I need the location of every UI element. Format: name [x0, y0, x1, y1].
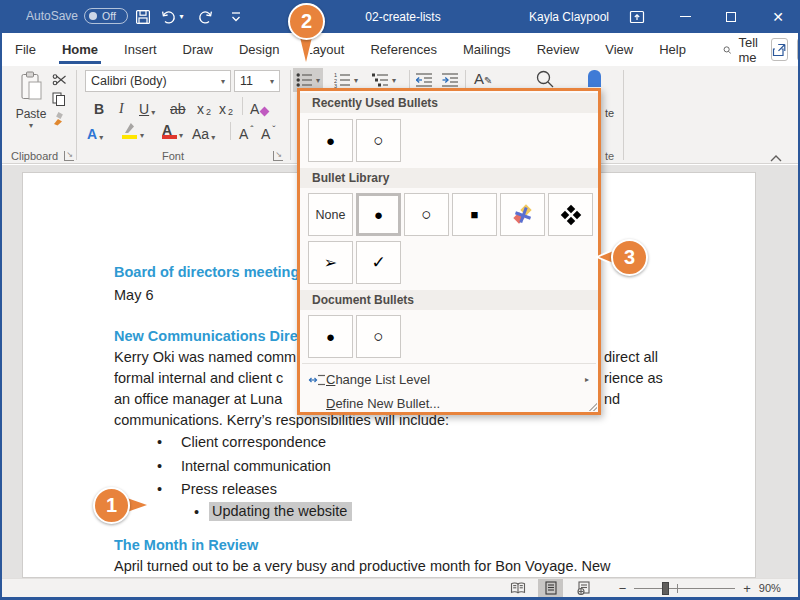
close-button[interactable]: ✕	[764, 0, 792, 33]
numbering-dropdown-icon[interactable]: ▾	[354, 76, 358, 85]
bullet-option-checkmark[interactable]: ✓	[356, 241, 401, 284]
zoom-slider-thumb[interactable]	[662, 582, 669, 595]
customize-quick-access-icon[interactable]	[226, 0, 246, 33]
doc-para-line: April turned out to be a very busy and p…	[114, 556, 611, 576]
tab-references[interactable]: References	[357, 33, 449, 66]
copy-button[interactable]	[52, 92, 66, 110]
font-size-dropdown-icon[interactable]: ▾	[270, 77, 274, 86]
bullet-option-arrowhead[interactable]: ➢	[308, 241, 353, 284]
tab-design[interactable]: Design	[226, 33, 292, 66]
styles-partial-icon[interactable]: A✎	[474, 70, 492, 87]
web-layout-button[interactable]	[571, 579, 596, 597]
menu-item-define-new-bullet[interactable]: Define New Bullet...	[300, 392, 598, 414]
doc-para-line-fragment: nd	[604, 389, 620, 409]
font-size-select[interactable]: 11 ▾	[234, 70, 280, 92]
autosave-state: Off	[102, 10, 116, 22]
tab-review[interactable]: Review	[524, 33, 593, 66]
tab-mailings[interactable]: Mailings	[450, 33, 524, 66]
multilevel-dropdown-icon[interactable]: ▾	[392, 76, 396, 85]
redo-icon[interactable]	[193, 0, 217, 33]
bullet-option-four-diamonds[interactable]	[548, 193, 593, 236]
zoom-in-button[interactable]: +	[743, 581, 751, 596]
share-button[interactable]	[771, 38, 788, 61]
doc-heading-month-review: The Month in Review	[114, 535, 258, 555]
autosave-toggle[interactable]: Off	[84, 8, 128, 24]
share-icon	[772, 43, 787, 57]
bullet-list-icon	[296, 72, 313, 88]
maximize-button[interactable]	[718, 0, 744, 33]
zoom-out-button[interactable]: −	[619, 581, 627, 596]
collapse-ribbon-icon[interactable]	[770, 148, 782, 166]
strikethrough-button[interactable]: ab	[170, 97, 186, 117]
save-icon[interactable]	[131, 0, 155, 33]
italic-button[interactable]: I	[119, 97, 124, 117]
undo-icon[interactable]: ▾	[159, 0, 185, 33]
font-color-dropdown-icon[interactable]: ▾	[179, 131, 183, 140]
tab-help[interactable]: Help	[646, 33, 699, 66]
bullet-option-open-circle[interactable]: ○	[356, 315, 401, 358]
format-painter-button[interactable]	[52, 112, 67, 130]
zoom-level[interactable]: 90%	[759, 582, 788, 594]
bullet-option-open-circle[interactable]: ○	[356, 119, 401, 162]
bullets-dropdown-icon[interactable]: ▾	[316, 76, 320, 85]
user-name[interactable]: Kayla Claypool	[528, 0, 610, 33]
print-layout-button[interactable]	[538, 579, 563, 597]
four-diamonds-icon	[562, 206, 580, 224]
zoom-center-tick	[677, 584, 678, 593]
menu-item-change-list-level[interactable]: Change List Level ▸	[300, 367, 598, 392]
highlight-dropdown-icon[interactable]: ▾	[140, 131, 144, 140]
ribbon-display-options-icon[interactable]	[624, 0, 650, 33]
paste-button[interactable]: Paste ▾	[12, 71, 50, 130]
tab-file[interactable]: File	[2, 33, 49, 66]
bullet-option-colored-wingding[interactable]	[500, 193, 545, 236]
list-bullet-marker: •	[157, 479, 162, 499]
minimize-button[interactable]	[672, 0, 698, 33]
highlight-color-button[interactable]: ▾	[122, 120, 144, 140]
zoom-slider[interactable]	[634, 588, 735, 589]
tell-me-search[interactable]: Tell me	[715, 33, 772, 66]
bullet-option-open-circle[interactable]: ○	[404, 193, 449, 236]
superscript-button[interactable]: x2	[219, 97, 233, 117]
cut-button[interactable]	[52, 73, 67, 91]
scissors-icon	[52, 74, 67, 87]
bullet-option-none[interactable]: None	[308, 193, 353, 236]
list-bullet-marker: •	[157, 456, 162, 476]
read-mode-button[interactable]	[505, 579, 530, 597]
toggle-knob-icon	[89, 12, 97, 20]
highlighter-icon	[122, 122, 138, 140]
bold-button[interactable]: B	[94, 97, 104, 117]
change-case-button[interactable]: Aa ▾	[192, 122, 215, 142]
change-case-dropdown-icon[interactable]: ▾	[211, 133, 215, 142]
autosave-control[interactable]: AutoSave Off	[26, 8, 128, 24]
tab-insert[interactable]: Insert	[111, 33, 170, 66]
text-effects-button[interactable]: A ▾	[87, 122, 103, 142]
clear-formatting-button[interactable]: A	[250, 97, 268, 117]
underline-button[interactable]: U ▾	[139, 97, 155, 117]
tab-draw[interactable]: Draw	[170, 33, 226, 66]
web-layout-icon	[577, 581, 591, 595]
bullet-option-filled-circle[interactable]: ●	[308, 315, 353, 358]
font-name-dropdown-icon[interactable]: ▾	[221, 77, 225, 86]
selection-highlight: Updating the website	[209, 502, 352, 521]
list-item: Client correspondence	[181, 432, 326, 452]
subscript-button[interactable]: x2	[197, 97, 211, 117]
bullet-option-filled-circle[interactable]: ●	[308, 119, 353, 162]
bullet-library-menu: Recently Used Bullets ● ○ Bullet Library…	[297, 88, 601, 415]
font-name-select[interactable]: Calibri (Body) ▾	[85, 70, 231, 92]
font-color-button[interactable]: A ▾	[162, 120, 183, 140]
bullet-option-filled-circle-selected[interactable]: ●	[356, 193, 401, 236]
font-dialog-launcher-icon[interactable]: ↘	[273, 151, 283, 161]
underline-dropdown-icon[interactable]: ▾	[151, 108, 155, 117]
text-effects-dropdown-icon[interactable]: ▾	[99, 133, 103, 142]
tab-home[interactable]: Home	[49, 33, 111, 66]
bullet-option-filled-square[interactable]: ■	[452, 193, 497, 236]
undo-dropdown-icon[interactable]: ▾	[179, 12, 183, 21]
menu-resize-grip[interactable]	[589, 403, 597, 411]
dictate-icon[interactable]	[588, 70, 601, 87]
shrink-font-button[interactable]: Aˇ	[261, 122, 276, 142]
clipboard-dialog-launcher-icon[interactable]: ↘	[64, 151, 74, 161]
paste-dropdown-icon[interactable]: ▾	[12, 121, 50, 130]
tab-view[interactable]: View	[592, 33, 646, 66]
multilevel-list-icon	[372, 72, 389, 88]
grow-font-button[interactable]: Aˆ	[239, 122, 254, 142]
